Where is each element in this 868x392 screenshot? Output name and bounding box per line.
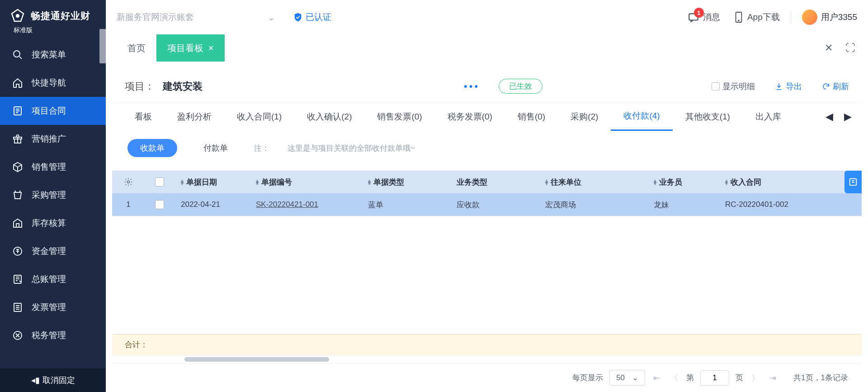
project-label: 项目： [125,80,155,93]
sidebar-item-purchase[interactable]: 采购管理 [0,181,106,209]
col-header-contract[interactable]: ▴▾收入合同 [719,177,862,187]
export-label: 导出 [786,81,802,92]
sidebar-item-home[interactable]: 快捷导航 [0,69,106,97]
table-row[interactable]: 12022-04-21SK-20220421-001蓝单应收款宏茂商场龙妹RC-… [112,193,862,216]
show-detail-toggle[interactable]: 显示明细 [712,81,755,92]
sidebar-item-inventory[interactable]: 库存核算 [0,209,106,237]
table-footer: 合计： [112,334,862,355]
sidebar-item-search[interactable]: 搜索菜单 [0,41,106,69]
fund-icon [12,245,24,257]
col-header-emp[interactable]: ▴▾业务员 [647,177,719,187]
sidebar-item-fund[interactable]: 资金管理 [0,237,106,265]
hint-label: 注： [254,143,269,153]
page-tabs: 首页项目看板✕ ✕ ⛶ [106,34,868,62]
purchase-icon [12,189,24,201]
verified-badge[interactable]: 已认证 [293,11,331,23]
scroll-left-icon[interactable]: ◀ [826,111,833,123]
sidebar-item-contract[interactable]: 项目合同 [0,97,106,125]
avatar[interactable] [802,10,817,25]
close-tab-icon[interactable]: ✕ [825,42,833,54]
tab-label: 首页 [127,42,146,54]
table-body: 12022-04-21SK-20220421-001蓝单应收款宏茂商场龙妹RC-… [112,193,862,334]
doc-type-pill[interactable]: 收款单 [127,139,177,157]
unpin-sidebar-button[interactable]: ◂▮ 取消固定 [0,368,106,392]
per-page-select[interactable]: 50 ⌄ [609,370,645,386]
col-header-date[interactable]: ▴▾单据日期 [175,177,250,187]
fullscreen-icon[interactable]: ⛶ [845,42,855,54]
ledger-icon [12,273,24,285]
inventory-icon [12,217,24,229]
collapse-icon: ◂▮ [31,375,40,385]
section-tab[interactable]: 收入确认(2) [294,102,364,131]
chevron-down-icon: ⌄ [268,12,275,23]
cell-number[interactable]: SK-20220421-001 [250,200,362,209]
section-tab[interactable]: 看板 [122,102,165,131]
cell-biz: 应收款 [450,200,539,210]
doc-type-pills: 收款单付款单 注： 这里是与项目关联的全部收付款单哦~ [112,131,862,165]
section-tab[interactable]: 销售(0) [505,102,558,131]
col-header-unit[interactable]: ▴▾往来单位 [539,177,647,187]
sidebar-item-invoice[interactable]: 发票管理 [0,293,106,321]
col-header-number[interactable]: ▴▾单据编号 [250,177,362,187]
select-all-checkbox[interactable] [145,177,175,186]
total-label: 合计： [125,339,148,350]
section-tab[interactable]: 销售发票(0) [364,102,434,131]
section-tab[interactable]: 采购(2) [558,102,611,131]
sidebar-item-tax[interactable]: 税务管理 [0,321,106,349]
row-checkbox[interactable] [145,200,175,209]
brand-name: 畅捷通好业财 [31,10,90,22]
export-button[interactable]: 导出 [775,81,802,92]
contract-icon [12,105,24,117]
section-tab[interactable]: 其他收支(1) [673,102,743,131]
tax-icon [12,330,24,341]
col-header-type[interactable]: ▴▾单据类型 [362,177,450,187]
svg-point-1 [14,51,20,57]
download-label: App下载 [747,11,780,23]
more-actions-icon[interactable]: ••• [464,81,480,92]
page-tab[interactable]: 项目看板✕ [156,34,225,62]
prev-page-button[interactable]: 〈 [668,373,680,383]
messages-button[interactable]: 1 消息 [688,11,720,23]
data-table: ▴▾单据日期 ▴▾单据编号 ▴▾单据类型 业务类型 ▴▾往来单位 ▴▾业务员 ▴… [112,171,862,392]
refresh-button[interactable]: 刷新 [822,81,849,92]
username[interactable]: 用户3355 [821,11,857,23]
sidebar-item-gift[interactable]: 营销推广 [0,125,106,153]
sidebar-item-label: 总账管理 [32,273,66,285]
section-tab[interactable]: 税务发票(0) [435,102,505,131]
doc-type-pill[interactable]: 付款单 [191,139,241,157]
col-header-biz[interactable]: 业务类型 [450,177,539,187]
refresh-label: 刷新 [833,81,849,92]
cell-unit: 宏茂商场 [539,200,647,210]
last-page-button[interactable]: ⇥ [768,373,778,383]
section-tab[interactable]: 收付款(4) [611,102,672,131]
page-tab[interactable]: 首页 [117,34,156,62]
section-tab[interactable]: 盈利分析 [165,102,224,131]
scroll-right-icon[interactable]: ▶ [844,111,852,123]
org-selector[interactable]: 新服务官网演示账套 ⌄ [117,11,275,23]
next-page-button[interactable]: 〉 [750,373,761,383]
per-page-label: 每页显示 [572,373,603,383]
sidebar-item-sales[interactable]: 销售管理 [0,153,106,181]
section-tab[interactable]: 收入合同(1) [224,102,294,131]
help-float-button[interactable] [844,171,862,193]
column-settings-button[interactable] [112,177,145,186]
page-label-pre: 第 [686,373,694,383]
close-icon[interactable]: ✕ [208,44,214,53]
horizontal-scrollbar-thumb[interactable] [184,357,329,362]
status-badge: 已生效 [499,79,542,94]
section-tab[interactable]: 出入库 [743,102,794,131]
sidebar-scrollbar[interactable] [99,29,106,63]
row-index: 1 [112,200,145,209]
tab-label: 项目看板 [167,42,203,54]
show-detail-label: 显示明细 [722,81,755,92]
app-download-button[interactable]: App下载 [734,11,780,23]
svg-point-13 [127,181,130,183]
sidebar-nav: 搜索菜单快捷导航项目合同营销推广销售管理采购管理库存核算资金管理总账管理发票管理… [0,41,106,392]
page-input[interactable] [700,370,729,386]
first-page-button[interactable]: ⇤ [651,373,662,383]
sidebar-item-ledger[interactable]: 总账管理 [0,265,106,293]
page-label-post: 页 [736,373,743,383]
cell-contract: RC-20220401-002 [719,200,862,209]
per-page-value: 50 [616,373,625,382]
horizontal-scrollbar-track[interactable] [112,355,862,363]
